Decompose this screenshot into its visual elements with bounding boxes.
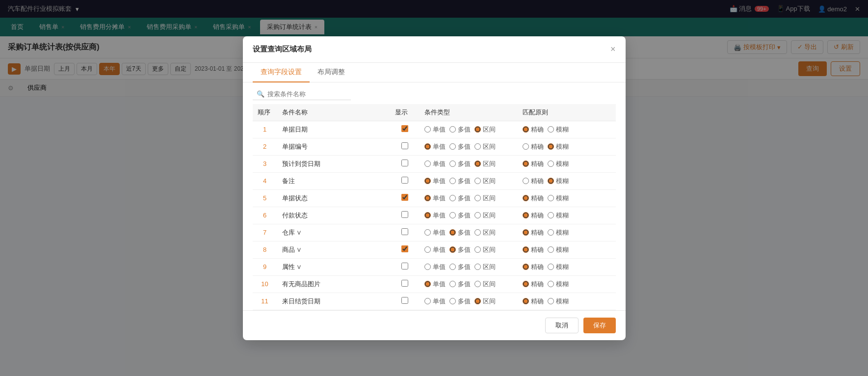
search-wrapper: 🔍: [253, 88, 351, 97]
search-icon: 🔍: [257, 90, 264, 97]
dialog-search-area: 🔍: [243, 82, 626, 97]
dialog-header: 设置查询区域布局 ×: [243, 36, 626, 63]
settings-dialog: 设置查询区域布局 × 查询字段设置 布局调整 🔍 顺序 条件名称 显示: [243, 36, 626, 97]
dialog-tab-layout[interactable]: 布局调整: [310, 63, 353, 82]
modal-overlay: 设置查询区域布局 × 查询字段设置 布局调整 🔍 顺序 条件名称 显示: [0, 0, 868, 97]
dialog-close-button[interactable]: ×: [610, 44, 616, 54]
search-input[interactable]: [267, 90, 346, 97]
dialog-tab-fields[interactable]: 查询字段设置: [253, 63, 310, 82]
dialog-tabs: 查询字段设置 布局调整: [243, 63, 626, 82]
dialog-title: 设置查询区域布局: [253, 45, 312, 54]
